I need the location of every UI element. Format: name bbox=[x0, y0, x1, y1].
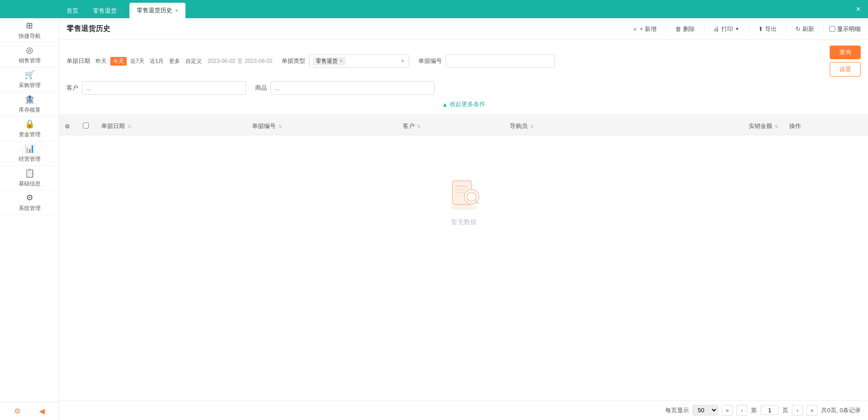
divider-5 bbox=[823, 26, 824, 33]
export-icon: ⬆ bbox=[758, 26, 763, 32]
sidebar: 🔍 搜索菜单 ⊞ 快捷导航 ◎ 销售管理 🛒 采购管理 🏦 库存核算 🔒 资金管… bbox=[0, 0, 59, 420]
page-size-select[interactable]: 20 50 100 bbox=[693, 405, 718, 415]
settings-bottom-btn[interactable]: ⚙ bbox=[14, 407, 21, 415]
tab-retail-return-close[interactable]: × bbox=[119, 8, 122, 14]
table-container: ⚙ 单据日期 ⇅ 单据编号 ⇅ 客户 ⇅ bbox=[59, 118, 868, 400]
shortcut-yesterday[interactable]: 昨天 bbox=[94, 57, 108, 66]
empty-text: 暂无数据 bbox=[451, 218, 477, 226]
table-settings-icon[interactable]: ⚙ bbox=[65, 123, 70, 130]
sidebar-item-basic-info[interactable]: 📋 基础信息 bbox=[0, 166, 59, 190]
page-size-label: 每页显示 bbox=[665, 406, 689, 415]
print-dropdown-icon: ▼ bbox=[735, 26, 740, 31]
system-icon: ⚙ bbox=[26, 193, 33, 203]
collapse-row: ▲ 收起更多条件 bbox=[67, 97, 861, 112]
sidebar-item-purchase[interactable]: 🛒 采购管理 bbox=[0, 67, 59, 92]
next-page-btn[interactable]: › bbox=[792, 405, 803, 416]
new-btn[interactable]: ＋ + 新增 bbox=[628, 23, 660, 35]
select-all-checkbox[interactable] bbox=[83, 123, 89, 128]
th-doc-date[interactable]: 单据日期 ⇅ bbox=[96, 118, 247, 135]
shortcut-1month[interactable]: 近1月 bbox=[148, 57, 166, 66]
first-page-btn[interactable]: « bbox=[722, 405, 733, 416]
shortcut-more[interactable]: 更多 bbox=[167, 57, 182, 66]
print-btn[interactable]: 🖨 打印 ▼ bbox=[710, 23, 743, 35]
main-content: 零售退货历史 ＋ + 新增 🗑 删除 🖨 打印 ▼ ⬆ 导出 bbox=[59, 18, 868, 420]
doc-no-label: 单据编号 bbox=[418, 57, 442, 65]
purchase-icon: 🛒 bbox=[25, 70, 35, 80]
finance-icon: 🔒 bbox=[25, 119, 35, 129]
sidebar-item-inventory[interactable]: 🏦 库存核算 bbox=[0, 92, 59, 117]
sidebar-item-system[interactable]: ⚙ 系统管理 bbox=[0, 190, 59, 215]
doc-type-tag: 零售退货 × bbox=[313, 57, 345, 66]
page-title: 零售退货历史 bbox=[67, 24, 110, 34]
sort-doc-no-icon: ⇅ bbox=[278, 124, 282, 129]
divider-1 bbox=[666, 26, 666, 33]
display-detail-toggle[interactable]: 显示明细 bbox=[829, 25, 861, 33]
operations-icon: 📊 bbox=[25, 143, 35, 154]
tab-retail-return-history-close[interactable]: × bbox=[175, 8, 178, 13]
filter-section: 单据日期 昨天 今天 近7天 近1月 更多 自定义 2023-06-02 至 2… bbox=[59, 40, 868, 114]
window-close-btn[interactable]: × bbox=[856, 5, 861, 14]
doc-type-label: 单据类型 bbox=[282, 57, 305, 65]
page-label: 页 bbox=[782, 406, 788, 415]
total-info: 共0页, 0条记录 bbox=[821, 406, 861, 415]
table-body: 暂无数据 bbox=[59, 135, 868, 263]
header-actions: ＋ + 新增 🗑 删除 🖨 打印 ▼ ⬆ 导出 ↻ 刷新 bbox=[628, 23, 861, 35]
filter-row-1: 单据日期 昨天 今天 近7天 近1月 更多 自定义 2023-06-02 至 2… bbox=[67, 46, 861, 77]
th-amount[interactable]: 实销金额 ⇅ bbox=[633, 118, 784, 135]
shortcut-custom[interactable]: 自定义 bbox=[184, 57, 204, 66]
sort-guide-icon: ⇅ bbox=[530, 124, 534, 129]
tab-retail-return[interactable]: 零售退货 × bbox=[86, 4, 129, 18]
th-settings[interactable]: ⚙ bbox=[59, 118, 77, 135]
filter-doc-no: 单据编号 bbox=[418, 54, 555, 68]
page-number-input[interactable] bbox=[760, 405, 779, 415]
refresh-icon: ↻ bbox=[796, 26, 801, 32]
sidebar-item-operations[interactable]: 📊 经营管理 bbox=[0, 141, 59, 166]
basic-info-icon: 📋 bbox=[25, 168, 35, 178]
svg-rect-4 bbox=[455, 192, 463, 193]
svg-rect-2 bbox=[455, 185, 468, 187]
shortcut-today[interactable]: 今天 bbox=[110, 57, 127, 66]
sidebar-item-sales[interactable]: ◎ 销售管理 bbox=[0, 43, 59, 67]
quick-nav-icon: ⊞ bbox=[26, 20, 33, 31]
last-page-btn[interactable]: » bbox=[806, 405, 817, 416]
th-doc-no[interactable]: 单据编号 ⇅ bbox=[247, 118, 397, 135]
print-icon: 🖨 bbox=[714, 26, 719, 32]
customer-label: 客户 bbox=[67, 84, 78, 92]
tab-retail-return-history[interactable]: 零售退货历史 × bbox=[129, 3, 185, 18]
empty-state: 暂无数据 bbox=[59, 135, 868, 263]
tab-home[interactable]: 首页 bbox=[59, 4, 86, 18]
export-btn[interactable]: ⬆ 导出 bbox=[755, 23, 781, 35]
filter-date: 单据日期 昨天 今天 近7天 近1月 更多 自定义 2023-06-02 至 2… bbox=[67, 57, 272, 66]
filter-goods: 商品 bbox=[255, 81, 435, 95]
collapse-up-icon: ▲ bbox=[442, 101, 448, 108]
th-customer[interactable]: 客户 ⇅ bbox=[397, 118, 504, 135]
sidebar-item-quick-nav[interactable]: ⊞ 快捷导航 bbox=[0, 18, 59, 43]
th-guide[interactable]: 导购员 ⇅ bbox=[504, 118, 633, 135]
doc-type-tag-close[interactable]: × bbox=[339, 58, 343, 64]
divider-3 bbox=[749, 26, 749, 33]
refresh-btn[interactable]: ↻ 刷新 bbox=[792, 23, 818, 35]
collapse-btn[interactable]: ▲ 收起更多条件 bbox=[442, 100, 485, 108]
th-action: 操作 bbox=[784, 118, 868, 135]
date-range: 2023-06-02 至 2023-06-02 bbox=[207, 57, 272, 65]
query-button[interactable]: 查询 bbox=[830, 46, 861, 59]
customer-input[interactable] bbox=[82, 81, 246, 95]
shortcut-7days[interactable]: 近7天 bbox=[128, 57, 146, 66]
prev-page-btn[interactable]: ‹ bbox=[736, 405, 747, 416]
svg-point-0 bbox=[450, 205, 478, 210]
doc-no-input[interactable] bbox=[446, 54, 555, 68]
svg-rect-3 bbox=[455, 189, 465, 190]
th-checkbox[interactable] bbox=[77, 118, 96, 135]
sort-customer-icon: ⇅ bbox=[417, 124, 421, 129]
delete-btn[interactable]: 🗑 删除 bbox=[672, 23, 699, 35]
filter-settings-button[interactable]: 设置 bbox=[830, 62, 861, 77]
date-shortcuts: 昨天 今天 近7天 近1月 更多 自定义 bbox=[94, 57, 204, 66]
date-label: 单据日期 bbox=[67, 57, 90, 65]
goods-input[interactable] bbox=[271, 81, 435, 95]
display-detail-checkbox[interactable] bbox=[829, 26, 835, 32]
table-header-row: ⚙ 单据日期 ⇅ 单据编号 ⇅ 客户 ⇅ bbox=[59, 118, 868, 135]
doc-type-select[interactable]: 零售退货 × ▼ bbox=[309, 54, 409, 68]
sidebar-item-finance[interactable]: 🔒 资金管理 bbox=[0, 117, 59, 141]
sound-bottom-btn[interactable]: ◀ bbox=[39, 407, 45, 415]
sort-doc-date-icon: ⇅ bbox=[128, 124, 131, 129]
